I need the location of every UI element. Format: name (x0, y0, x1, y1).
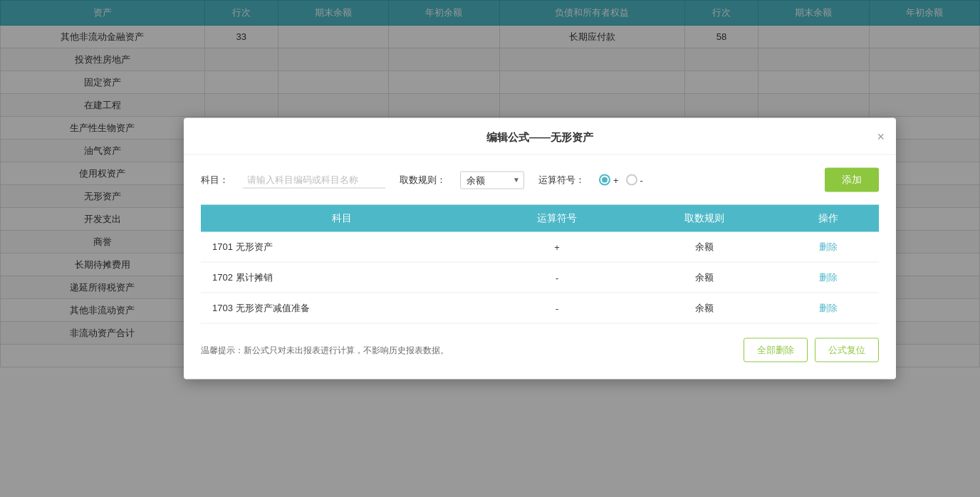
operator-plus-radio[interactable] (599, 174, 610, 186)
form-row: 科目： 取数规则： 余额 借方 贷方 借方累计 贷方累计 ▼ 运算符号： + - (184, 155, 896, 205)
subject-input[interactable] (243, 172, 385, 189)
modal-title: 编辑公式——无形资产 (486, 131, 593, 145)
formula-subject-cell: 1703 无形资产减值准备 (201, 293, 484, 323)
add-button[interactable]: 添加 (825, 168, 879, 192)
operator-minus-radio[interactable] (626, 174, 637, 186)
subject-label: 科目： (201, 174, 229, 187)
modal-close-button[interactable]: × (877, 130, 885, 142)
footer-buttons: 全部删除 公式复位 (744, 338, 879, 362)
operator-label: 运算符号： (538, 174, 585, 187)
formula-operator-cell: - (484, 262, 631, 293)
reset-formula-button[interactable]: 公式复位 (815, 338, 879, 362)
operator-plus-label: + (613, 174, 619, 185)
formula-subject-cell: 1702 累计摊销 (201, 262, 484, 293)
formula-subject-cell: 1701 无形资产 (201, 232, 484, 263)
edit-formula-modal: 编辑公式——无形资产 × 科目： 取数规则： 余额 借方 贷方 借方累计 贷方累… (184, 118, 896, 380)
formula-action-cell: 删除 (778, 232, 879, 263)
formula-table-row: 1702 累计摊销-余额删除 (201, 262, 879, 293)
formula-action-cell: 删除 (778, 262, 879, 293)
modal-header: 编辑公式——无形资产 × (184, 118, 896, 155)
modal-footer: 温馨提示：新公式只对未出报表进行计算，不影响历史报表数据。 全部删除 公式复位 (184, 324, 896, 362)
delete-row-link[interactable]: 删除 (819, 241, 838, 252)
operator-group: + - (599, 174, 643, 186)
rule-select[interactable]: 余额 借方 贷方 借方累计 贷方累计 (460, 171, 524, 189)
operator-minus-label: - (640, 174, 643, 185)
rule-label: 取数规则： (400, 174, 446, 187)
delete-row-link[interactable]: 删除 (819, 272, 838, 283)
tip-text: 温馨提示：新公式只对未出报表进行计算，不影响历史报表数据。 (201, 344, 449, 356)
formula-operator-cell: + (484, 232, 631, 263)
formula-rule-cell: 余额 (631, 262, 778, 293)
formula-table-row: 1703 无形资产减值准备-余额删除 (201, 293, 879, 323)
formula-table-header: 取数规则 (631, 205, 778, 232)
rule-select-wrapper[interactable]: 余额 借方 贷方 借方累计 贷方累计 ▼ (460, 171, 524, 189)
delete-all-button[interactable]: 全部删除 (744, 338, 808, 362)
formula-action-cell: 删除 (778, 293, 879, 323)
operator-plus-option[interactable]: + (599, 174, 619, 186)
formula-table-header: 科目 (201, 205, 484, 232)
formula-table-header: 运算符号 (484, 205, 631, 232)
formula-rule-cell: 余额 (631, 232, 778, 263)
formula-table: 科目运算符号取数规则操作 1701 无形资产+余额删除1702 累计摊销-余额删… (201, 205, 879, 324)
formula-operator-cell: - (484, 293, 631, 323)
formula-table-header: 操作 (778, 205, 879, 232)
delete-row-link[interactable]: 删除 (819, 303, 838, 313)
formula-rule-cell: 余额 (631, 293, 778, 323)
operator-minus-option[interactable]: - (626, 174, 643, 186)
formula-table-row: 1701 无形资产+余额删除 (201, 232, 879, 263)
